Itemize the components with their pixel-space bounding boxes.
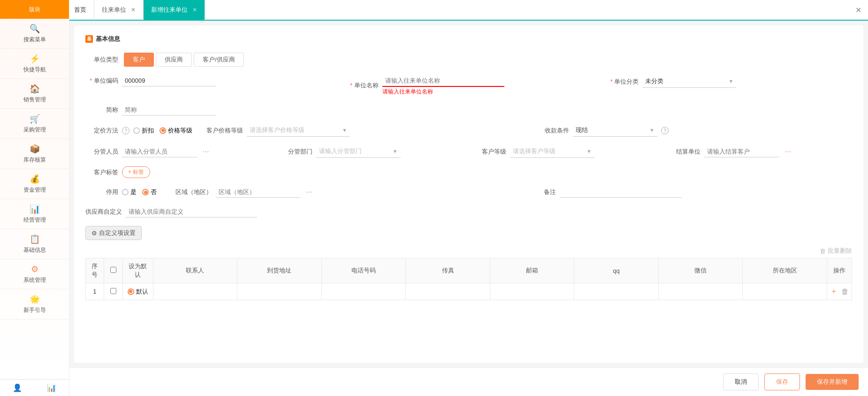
- sidebar-user-btn[interactable]: 👤: [13, 383, 22, 392]
- abbr-row: 简称: [85, 104, 852, 116]
- add-row-btn[interactable]: ＋: [830, 287, 838, 296]
- select-all-checkbox[interactable]: [110, 267, 116, 273]
- sidebar-stats-btn[interactable]: 📊: [47, 383, 56, 392]
- batch-delete-label[interactable]: 批量删除: [828, 247, 852, 255]
- custom-settings-btn[interactable]: ⚙ 自定义项设置: [85, 226, 142, 240]
- phone-input[interactable]: [325, 288, 403, 295]
- user-icon: 👤: [13, 383, 22, 392]
- settings-gear-icon: ⚙: [91, 230, 97, 237]
- unit-name-label: 单位名称: [346, 81, 379, 90]
- radio-yes[interactable]: 是: [122, 188, 137, 196]
- sidebar-item-base-info[interactable]: 📋 基础信息: [0, 229, 69, 259]
- region-more-btn[interactable]: ···: [304, 188, 314, 196]
- close-new-counterpart-tab[interactable]: ✕: [192, 7, 197, 13]
- qq-input[interactable]: [577, 288, 655, 295]
- sidebar-item-label: 库存核算: [23, 156, 46, 164]
- abbr-label: 简称: [85, 106, 118, 114]
- radio-discount[interactable]: 折扣: [133, 126, 154, 135]
- col-wechat: 微信: [658, 258, 743, 283]
- close-counterpart-tab[interactable]: ✕: [131, 7, 136, 13]
- tags-row: 客户标签 + 标签: [85, 166, 852, 178]
- pricing-row: 定价方法 ? 折扣 价格等级 客户价格等级: [85, 124, 852, 137]
- delete-row-btn[interactable]: 🗑: [841, 287, 849, 296]
- customer-price-level-select[interactable]: 请选择客户价格等级 ▼: [247, 124, 350, 137]
- customer-level-select[interactable]: 请选择客户等级 ▼: [510, 145, 594, 158]
- department-placeholder: 请输入分管部门: [319, 147, 391, 155]
- department-select[interactable]: 请输入分管部门 ▼: [316, 145, 401, 158]
- row-default-radio[interactable]: 默认: [126, 287, 150, 296]
- sales-icon: 🏠: [30, 84, 40, 94]
- unit-code-field: 单位编码: [85, 75, 332, 86]
- save-button[interactable]: 保存: [764, 373, 800, 390]
- row-address[interactable]: [237, 283, 322, 300]
- tags-field: 客户标签 + 标签: [85, 166, 852, 178]
- tab-counterpart[interactable]: 往来单位 ✕: [94, 0, 144, 20]
- unit-code-input[interactable]: [122, 75, 216, 86]
- col-address: 到货地址: [237, 258, 322, 283]
- sidebar-item-system[interactable]: ⚙ 系统管理: [0, 259, 69, 289]
- row-seq: 1: [86, 283, 104, 300]
- sidebar-item-finance[interactable]: 💰 资金管理: [0, 169, 69, 199]
- row-email[interactable]: [490, 283, 574, 300]
- remark-input[interactable]: [560, 186, 682, 198]
- type-btn-both[interactable]: 客户/供应商: [194, 53, 244, 67]
- type-btn-supplier[interactable]: 供应商: [156, 53, 192, 67]
- supplier-custom-label: 供应商自定义: [85, 208, 122, 216]
- row-checkbox-cell: [104, 283, 122, 300]
- fax-input[interactable]: [409, 288, 487, 295]
- unit-type-label: 单位类型: [85, 55, 118, 64]
- save-new-button[interactable]: 保存并新增: [806, 374, 859, 390]
- category-dropdown-arrow: ▼: [728, 78, 733, 84]
- radio-price-level-circle: [160, 127, 166, 134]
- col-contact: 联系人: [153, 258, 237, 283]
- close-all-tabs-btn[interactable]: ✕: [853, 4, 863, 16]
- tab-home[interactable]: 首页: [74, 0, 94, 20]
- wechat-input[interactable]: [662, 288, 740, 295]
- sidebar-item-operation[interactable]: 📊 经营管理: [0, 199, 69, 229]
- sidebar-item-quick-nav[interactable]: ⚡ 快捷导航: [0, 49, 69, 79]
- radio-no[interactable]: 否: [142, 188, 157, 196]
- radio-price-level[interactable]: 价格等级: [160, 126, 192, 135]
- sidebar-item-guide[interactable]: 🌟 新手引导: [0, 289, 69, 319]
- address-input[interactable]: [240, 288, 319, 295]
- row-wechat[interactable]: [658, 283, 743, 300]
- row-contact[interactable]: [153, 283, 237, 300]
- settlement-input[interactable]: [704, 146, 779, 157]
- location-input[interactable]: [746, 288, 824, 295]
- department-field: 分管部门 请输入分管部门 ▼: [280, 145, 464, 158]
- row-phone[interactable]: [321, 283, 406, 300]
- col-seq: 序号: [86, 258, 104, 283]
- cancel-button[interactable]: 取消: [723, 373, 759, 390]
- tab-new-counterpart[interactable]: 新增往来单位 ✕: [144, 0, 205, 20]
- region-input[interactable]: [216, 186, 300, 198]
- type-btn-customer[interactable]: 客户: [124, 53, 154, 67]
- pricing-help-icon[interactable]: ?: [122, 127, 129, 134]
- email-input[interactable]: [493, 288, 571, 295]
- unit-name-input[interactable]: [382, 75, 504, 87]
- sidebar-item-search[interactable]: 🔍 搜索菜单: [0, 19, 69, 49]
- row-checkbox[interactable]: [110, 288, 116, 294]
- customer-price-level-placeholder: 请选择客户价格等级: [250, 126, 340, 134]
- row-fax[interactable]: [406, 283, 490, 300]
- payment-condition-select[interactable]: 现结 ▼: [573, 124, 657, 137]
- row-qq[interactable]: [574, 283, 659, 300]
- operation-icon: 📊: [30, 204, 40, 214]
- sidebar-item-inventory[interactable]: 📦 库存核算: [0, 139, 69, 169]
- unit-category-select[interactable]: 未分类 ▼: [642, 75, 736, 88]
- settlement-more-btn[interactable]: ···: [783, 148, 793, 156]
- payment-help-icon[interactable]: ?: [661, 127, 669, 134]
- manager-more-btn[interactable]: ···: [201, 148, 211, 156]
- unit-info-row: 单位编码 单位名称 请输入往来单位名称 单位分类 未分类 ▼: [85, 75, 852, 96]
- manager-input[interactable]: [122, 146, 197, 157]
- sidebar-item-sales[interactable]: 🏠 销售管理: [0, 79, 69, 109]
- settlement-label: 结算单位: [668, 148, 700, 156]
- sidebar-item-purchase[interactable]: 🛒 采购管理: [0, 109, 69, 139]
- abbr-input[interactable]: [122, 104, 216, 116]
- row-location[interactable]: [743, 283, 827, 300]
- form-footer: 取消 保存 保存并新增: [69, 367, 868, 396]
- contact-input[interactable]: [156, 288, 235, 295]
- supplier-custom-input[interactable]: [126, 206, 257, 217]
- add-tag-btn[interactable]: + 标签: [122, 166, 150, 178]
- inventory-icon: 📦: [30, 144, 40, 154]
- default-label: 默认: [136, 287, 148, 296]
